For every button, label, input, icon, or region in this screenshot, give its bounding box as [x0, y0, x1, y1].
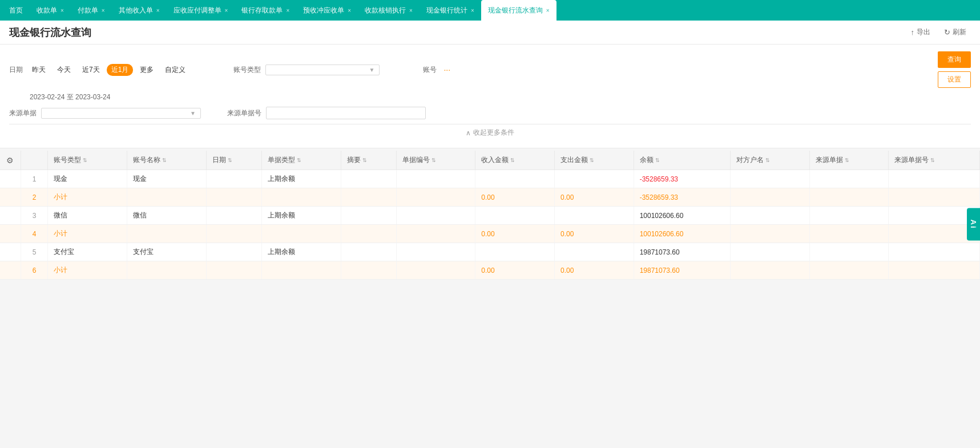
- source-doc-select[interactable]: ▼: [41, 108, 201, 119]
- table-header-row: ⚙ 账号类型⇅ 账号名称⇅ 日期⇅ 单据类型⇅ 摘要⇅ 单据编号⇅ 收入金额⇅ …: [0, 151, 980, 170]
- cell-source-doc: [809, 225, 889, 243]
- cell-expense: 0.00: [554, 261, 634, 280]
- col-source-doc-no-label: 来源单据号: [894, 156, 929, 164]
- row-number: 4: [21, 225, 48, 243]
- account-type-label: 账号类型: [233, 65, 261, 75]
- col-account-type-label: 账号类型: [54, 156, 81, 164]
- col-income[interactable]: 收入金额⇅: [475, 151, 555, 170]
- col-account-name[interactable]: 账号名称⇅: [127, 151, 207, 170]
- date-btn-custom[interactable]: 自定义: [160, 64, 190, 76]
- cell-account-type: 小计: [48, 225, 127, 243]
- top-navigation: 首页 收款单 × 付款单 × 其他收入单 × 应收应付调整单 × 银行存取款单 …: [0, 0, 980, 21]
- col-source-doc-label: 来源单据: [816, 156, 843, 164]
- cell-balance: 19871073.60: [634, 261, 730, 280]
- col-date[interactable]: 日期⇅: [206, 151, 261, 170]
- col-doc-no[interactable]: 单据编号⇅: [396, 151, 475, 170]
- page-title: 现金银行流水查询: [9, 26, 91, 39]
- sort-icon: ⇅: [83, 158, 87, 163]
- chevron-down-icon: ▼: [369, 67, 374, 73]
- nav-tab-home-label: 首页: [9, 6, 23, 15]
- col-counterpart[interactable]: 对方户名⇅: [731, 151, 810, 170]
- date-btn-7days[interactable]: 近7天: [78, 64, 104, 76]
- account-filter-group: 账号 ···: [423, 65, 453, 75]
- close-icon[interactable]: ×: [546, 7, 550, 14]
- date-btn-yesterday[interactable]: 昨天: [27, 64, 50, 76]
- cell-expense: [554, 243, 634, 261]
- account-ellipsis-button[interactable]: ···: [441, 65, 453, 74]
- row-number: 6: [21, 261, 48, 280]
- row-checkbox: [0, 170, 21, 188]
- col-summary[interactable]: 摘要⇅: [341, 151, 396, 170]
- nav-tab-receipt-verify[interactable]: 收款核销执行 ×: [358, 0, 420, 21]
- nav-tab-bank-deposit-label: 银行存取款单: [241, 6, 283, 15]
- col-doc-no-label: 单据编号: [402, 156, 430, 164]
- nav-tab-cash-bank-stat-label: 现金银行统计: [426, 6, 467, 15]
- col-summary-label: 摘要: [347, 156, 361, 164]
- cell-expense: 0.00: [554, 188, 634, 207]
- chevron-up-icon: ∧: [466, 129, 471, 137]
- date-btn-today[interactable]: 今天: [53, 64, 75, 76]
- cell-counterpart: [731, 243, 810, 261]
- gear-icon: ⚙: [6, 156, 14, 165]
- cell-balance: -3528659.33: [634, 170, 730, 188]
- close-icon[interactable]: ×: [286, 7, 289, 14]
- sort-icon-7: ⇅: [510, 158, 515, 163]
- cell-summary: [341, 243, 396, 261]
- sort-icon-11: ⇅: [845, 158, 849, 163]
- col-account-type[interactable]: 账号类型⇅: [48, 151, 127, 170]
- cell-doc-no: [396, 261, 475, 280]
- col-balance[interactable]: 余额⇅: [634, 151, 730, 170]
- cell-doc-no: [396, 188, 475, 207]
- nav-tab-other-income-label: 其他收入单: [119, 6, 153, 15]
- settings-button[interactable]: 设置: [938, 71, 971, 88]
- close-icon[interactable]: ×: [156, 7, 160, 14]
- cell-counterpart: [731, 207, 810, 225]
- col-source-doc-no[interactable]: 来源单据号⇅: [889, 151, 980, 170]
- close-icon[interactable]: ×: [225, 7, 228, 14]
- close-icon[interactable]: ×: [102, 7, 105, 14]
- nav-tab-cash-bank-flow[interactable]: 现金银行流水查询 ×: [481, 0, 556, 21]
- row-number: 1: [21, 170, 48, 188]
- row-number: 2: [21, 188, 48, 207]
- ai-assistant-badge[interactable]: Ai: [967, 208, 980, 240]
- close-icon[interactable]: ×: [348, 7, 351, 14]
- col-source-doc[interactable]: 来源单据⇅: [809, 151, 889, 170]
- cell-source-doc-no: [889, 225, 980, 243]
- close-icon[interactable]: ×: [61, 7, 64, 14]
- col-settings[interactable]: ⚙: [0, 151, 21, 170]
- cell-account-type: 微信: [48, 207, 127, 225]
- source-doc-no-input[interactable]: [266, 107, 426, 119]
- refresh-button[interactable]: ↻ 刷新: [939, 25, 971, 39]
- collapse-filters-button[interactable]: ∧ 收起更多条件: [9, 124, 971, 141]
- nav-tab-receipt[interactable]: 收款单 ×: [30, 0, 71, 21]
- close-icon[interactable]: ×: [471, 7, 474, 14]
- cell-account-type: 小计: [48, 188, 127, 207]
- nav-tab-bank-deposit[interactable]: 银行存取款单 ×: [235, 0, 296, 21]
- cell-income: [475, 170, 555, 188]
- col-expense-label: 支出金额: [560, 156, 588, 164]
- date-btn-1month[interactable]: 近1月: [107, 64, 134, 76]
- cell-counterpart: [731, 170, 810, 188]
- date-btn-more[interactable]: 更多: [135, 64, 158, 76]
- cell-source-doc: [809, 170, 889, 188]
- nav-tab-pre-receipt[interactable]: 预收冲应收单 ×: [296, 0, 358, 21]
- col-expense[interactable]: 支出金额⇅: [554, 151, 634, 170]
- date-range-text: 2023-02-24 至 2023-03-24: [30, 93, 110, 101]
- export-button[interactable]: ↑ 导出: [906, 25, 935, 39]
- nav-tab-ar-ap-adjust[interactable]: 应收应付调整单 ×: [167, 0, 235, 21]
- col-doc-type[interactable]: 单据类型⇅: [261, 151, 341, 170]
- close-icon[interactable]: ×: [409, 7, 413, 14]
- filter-row-1: 日期 昨天 今天 近7天 近1月 更多 自定义 账号类型 ▼ 账号 ···: [9, 51, 971, 88]
- nav-tab-other-income[interactable]: 其他收入单 ×: [112, 0, 167, 21]
- nav-tab-home[interactable]: 首页: [2, 0, 30, 21]
- sort-icon-3: ⇅: [228, 158, 232, 163]
- cell-income: 0.00: [475, 225, 555, 243]
- nav-tab-payment-label: 付款单: [78, 6, 98, 15]
- query-button[interactable]: 查询: [938, 51, 971, 68]
- export-label: 导出: [917, 27, 930, 37]
- cell-source-doc: [809, 243, 889, 261]
- nav-tab-payment[interactable]: 付款单 ×: [71, 0, 112, 21]
- nav-tab-cash-bank-stat[interactable]: 现金银行统计 ×: [420, 0, 481, 21]
- account-type-select[interactable]: ▼: [265, 64, 380, 75]
- table-row: 3微信微信上期余额100102606.60: [0, 207, 980, 225]
